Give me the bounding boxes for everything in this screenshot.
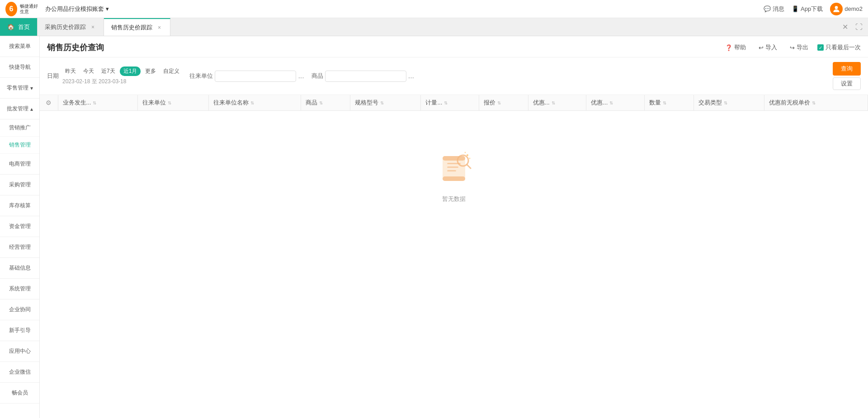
maximize-button[interactable]: ⛶: [854, 21, 864, 33]
logo-text: 畅捷通好生意: [20, 4, 42, 14]
col-pre-tax-price: 优惠前无税单价 ⇅: [764, 95, 868, 111]
sort-quote[interactable]: 报价 ⇅: [484, 99, 524, 107]
sidebar-item-enterprise-wechat[interactable]: 企业微信: [0, 362, 39, 383]
sort-product[interactable]: 商品 ⇅: [306, 99, 345, 107]
data-table: ⚙ 业务发生... ⇅ 往来单位 ⇅: [40, 95, 868, 239]
sort-pre-tax-price[interactable]: 优惠前无税单价 ⇅: [769, 99, 863, 107]
tab-close-sales[interactable]: ×: [156, 24, 163, 32]
sort-icon-spec: ⇅: [380, 100, 384, 105]
sort-icon-quote: ⇅: [497, 100, 501, 105]
sidebar-item-operation[interactable]: 经营管理: [0, 237, 39, 258]
sidebar-item-new-guide[interactable]: 新手引导: [0, 320, 39, 341]
import-button[interactable]: ↩ 导入: [755, 42, 781, 53]
sidebar-item-member[interactable]: 畅会员: [0, 383, 39, 404]
date-btn-yesterday[interactable]: 昨天: [62, 66, 79, 76]
sort-icon-partner-code: ⇅: [168, 100, 171, 105]
sort-discount1[interactable]: 优惠... ⇅: [533, 99, 582, 107]
sidebar-item-retail-mgmt[interactable]: 零售管理 ▾: [0, 78, 39, 99]
topbar-center: 办公用品行业模拟账套 ▾: [42, 5, 764, 13]
partner-input[interactable]: [215, 71, 296, 82]
only-last-checkbox[interactable]: ✓ 只看最后一次: [817, 43, 861, 52]
sidebar-item-app-center[interactable]: 应用中心: [0, 341, 39, 362]
app-download-button[interactable]: 📱 App下载: [792, 5, 823, 13]
partner-filter-group: 往来单位 ...: [189, 71, 304, 82]
date-btn-7days[interactable]: 近7天: [99, 66, 118, 76]
product-dots[interactable]: ...: [408, 72, 414, 80]
tab-home[interactable]: 🏠 首页: [0, 18, 38, 36]
sidebar-item-purchase[interactable]: 采购管理: [0, 175, 39, 195]
tab-sales-history[interactable]: 销售历史价跟踪 ×: [104, 18, 170, 36]
avatar: [830, 3, 843, 15]
sort-icon-product: ⇅: [319, 100, 323, 105]
sort-discount2[interactable]: 优惠... ⇅: [591, 99, 640, 107]
app-icon: 📱: [792, 5, 799, 12]
partner-dots[interactable]: ...: [298, 72, 304, 80]
content-area: 销售历史价查询 ❓ 帮助 ↩ 导入 ↪ 导出 ✓ 只看最后一次: [40, 36, 868, 418]
sidebar-item-marketing[interactable]: 营销推广: [0, 119, 39, 137]
tab-purchase-history[interactable]: 采购历史价跟踪 ×: [38, 18, 104, 36]
product-input[interactable]: [325, 71, 406, 82]
search-menu-label: 搜索菜单: [9, 43, 31, 50]
svg-line-8: [467, 165, 471, 168]
sidebar-item-finance[interactable]: 资金管理: [0, 216, 39, 237]
settings-icon[interactable]: ⚙: [46, 99, 52, 106]
col-trade-type: 交易类型 ⇅: [693, 95, 764, 111]
col-product: 商品 ⇅: [301, 95, 350, 111]
sidebar-item-enterprise-collab[interactable]: 企业协同: [0, 299, 39, 320]
settings-button[interactable]: 设置: [833, 77, 861, 90]
date-btn-more[interactable]: 更多: [142, 66, 159, 76]
user-menu[interactable]: demo2: [830, 3, 863, 15]
page-actions: ❓ 帮助 ↩ 导入 ↪ 导出 ✓ 只看最后一次: [722, 42, 861, 53]
sort-trade-type[interactable]: 交易类型 ⇅: [698, 99, 760, 107]
query-settings-group: 查询 设置: [833, 62, 861, 90]
sidebar-item-sales-mgmt[interactable]: 销售管理: [0, 137, 39, 154]
sort-icon-biz-date: ⇅: [93, 100, 96, 105]
sidebar-item-basic-info[interactable]: 基础信息: [0, 258, 39, 279]
sort-icon-discount1: ⇅: [552, 100, 555, 105]
col-discount1: 优惠... ⇅: [528, 95, 586, 111]
help-button[interactable]: ❓ 帮助: [722, 42, 750, 53]
tabbar-actions: ✕ ⛶: [837, 18, 868, 36]
table-header-row: ⚙ 业务发生... ⇅ 往来单位 ⇅: [40, 95, 868, 111]
sidebar-item-search-menu[interactable]: 搜索菜单: [0, 36, 39, 57]
svg-rect-6: [447, 170, 456, 171]
sidebar: 搜索菜单 快捷导航 零售管理 ▾ 批发管理 ▴ 营销推广 销售管理 电商管理 采…: [0, 36, 40, 418]
sidebar-item-inventory[interactable]: 库存核算: [0, 195, 39, 216]
col-discount2: 优惠... ⇅: [586, 95, 645, 111]
account-dropdown[interactable]: 办公用品行业模拟账套 ▾: [45, 5, 109, 13]
filter-bar: 日期 昨天 今天 近7天 近1月 更多 自定义 2023-02-18 至 202…: [40, 57, 868, 95]
sort-spec[interactable]: 规格型号 ⇅: [355, 99, 416, 107]
date-label: 日期: [47, 72, 59, 80]
query-button[interactable]: 查询: [833, 62, 861, 76]
export-icon: ↪: [790, 44, 795, 51]
sidebar-item-ecommerce[interactable]: 电商管理: [0, 154, 39, 175]
message-button[interactable]: 💬 消息: [764, 5, 784, 13]
sort-unit[interactable]: 计量... ⇅: [425, 99, 474, 107]
tabbar: 🏠 首页 采购历史价跟踪 × 销售历史价跟踪 × ✕ ⛶: [0, 18, 868, 36]
sort-partner-code[interactable]: 往来单位 ⇅: [142, 99, 204, 107]
date-btn-today[interactable]: 今天: [80, 66, 97, 76]
sidebar-item-quick-nav[interactable]: 快捷导航: [0, 57, 39, 78]
col-qty: 数量 ⇅: [645, 95, 694, 111]
svg-rect-3: [443, 176, 465, 181]
sort-biz-date[interactable]: 业务发生... ⇅: [63, 99, 133, 107]
topbar: 6 畅捷通好生意 办公用品行业模拟账套 ▾ 💬 消息 📱 App下载 demo2: [0, 0, 868, 18]
sidebar-item-system[interactable]: 系统管理: [0, 279, 39, 299]
close-tab-button[interactable]: ✕: [840, 21, 850, 33]
col-settings[interactable]: ⚙: [40, 95, 58, 111]
date-btn-custom[interactable]: 自定义: [160, 66, 182, 76]
svg-rect-2: [443, 156, 465, 161]
svg-rect-5: [447, 166, 458, 168]
export-button[interactable]: ↪ 导出: [786, 42, 812, 53]
sort-partner-name[interactable]: 往来单位名称 ⇅: [213, 99, 297, 107]
table-area: ⚙ 业务发生... ⇅ 往来单位 ⇅: [40, 95, 868, 418]
col-biz-date: 业务发生... ⇅: [58, 95, 138, 111]
svg-point-11: [464, 152, 466, 153]
tab-close-purchase[interactable]: ×: [90, 23, 96, 31]
sort-qty[interactable]: 数量 ⇅: [649, 99, 689, 107]
date-btn-1month[interactable]: 近1月: [120, 66, 141, 76]
sort-icon-trade-type: ⇅: [724, 100, 727, 105]
topbar-right: 💬 消息 📱 App下载 demo2: [764, 3, 863, 15]
sidebar-item-wholesale-mgmt[interactable]: 批发管理 ▴: [0, 99, 39, 119]
checkbox-icon: ✓: [817, 44, 824, 51]
